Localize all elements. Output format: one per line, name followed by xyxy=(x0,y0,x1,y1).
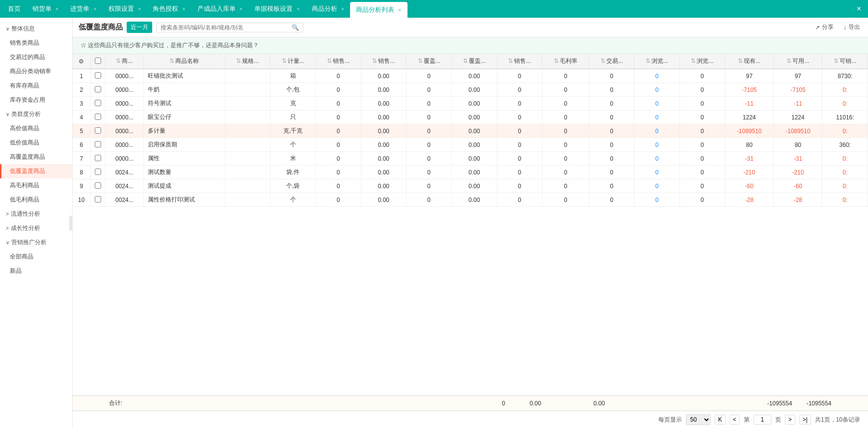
cell-checkbox[interactable] xyxy=(90,152,105,166)
nav-tab[interactable]: 权限设置× xyxy=(103,0,147,18)
tab-close-icon[interactable]: × xyxy=(138,6,141,12)
row-checkbox[interactable] xyxy=(95,127,101,134)
col-sort-icon[interactable]: ⇅ xyxy=(327,57,332,64)
sidebar-item-1-2[interactable]: 高覆盖度商品 xyxy=(0,150,72,164)
cell-name: 多计量 xyxy=(144,124,225,138)
tab-close-icon[interactable]: × xyxy=(297,6,299,12)
prev-page-button[interactable]: < xyxy=(730,415,740,425)
tab-close-icon[interactable]: × xyxy=(182,6,185,12)
sidebar-item-0-1[interactable]: 交易过的商品 xyxy=(0,50,72,64)
sidebar-collapse-button[interactable]: « xyxy=(69,216,73,230)
row-checkbox[interactable] xyxy=(95,155,101,161)
cell-name: 牛奶 xyxy=(144,83,225,97)
sidebar-section-4[interactable]: ∨营销推广分析 xyxy=(0,235,72,250)
col-sort-icon[interactable]: ⇅ xyxy=(738,57,743,64)
cell-code: 0000... xyxy=(105,111,144,124)
sidebar-item-0-2[interactable]: 商品分类动销率 xyxy=(0,64,72,79)
col-sort-icon[interactable]: ⇅ xyxy=(236,57,241,64)
tab-close-icon[interactable]: × xyxy=(398,7,401,13)
sidebar-item-1-5[interactable]: 低毛利商品 xyxy=(0,193,72,207)
nav-tab[interactable]: 首页 xyxy=(2,0,27,18)
export-button[interactable]: ↓ 导出 xyxy=(841,22,862,32)
tab-close-icon[interactable]: × xyxy=(55,6,58,12)
per-page-select[interactable]: 2050100200 xyxy=(686,414,711,425)
cell-checkbox[interactable] xyxy=(90,111,105,124)
nav-tab[interactable]: 角色授权× xyxy=(147,0,191,18)
tab-close-icon[interactable]: × xyxy=(240,6,243,12)
sidebar-item-1-0[interactable]: 高价值商品 xyxy=(0,121,72,136)
cell-checkbox[interactable] xyxy=(90,138,105,152)
sidebar-item-0-4[interactable]: 库存资金占用 xyxy=(0,93,72,107)
col-header-checkbox[interactable] xyxy=(90,54,105,69)
cell-unit: 个,袋 xyxy=(271,179,316,193)
col-header-settings[interactable]: ⚙ xyxy=(73,54,90,69)
sidebar-section-1[interactable]: ∨类群度分析 xyxy=(0,107,72,121)
cell-checkbox[interactable] xyxy=(90,69,105,83)
row-checkbox[interactable] xyxy=(95,169,101,175)
page-of-label: 第 xyxy=(744,416,750,424)
col-sort-icon[interactable]: ⇅ xyxy=(116,57,121,64)
cell-checkbox[interactable] xyxy=(90,97,105,111)
select-all-checkbox[interactable] xyxy=(95,57,101,64)
last-page-button[interactable]: >| xyxy=(799,415,811,425)
sidebar-item-4-1[interactable]: 新品 xyxy=(0,264,72,278)
date-filter-button[interactable]: 近一月 xyxy=(127,22,152,33)
col-sort-icon[interactable]: ⇅ xyxy=(169,57,174,64)
nav-tab[interactable]: 商品分析× xyxy=(306,0,350,18)
table-wrapper[interactable]: ⚙⇅商...⇅商品名称⇅规格...⇅计量...⇅销售...⇅销售...⇅覆盖..… xyxy=(73,54,868,395)
sidebar-item-0-3[interactable]: 有库存商品 xyxy=(0,79,72,93)
settings-icon[interactable]: ⚙ xyxy=(79,58,84,65)
page-number-input[interactable] xyxy=(754,415,771,425)
share-button[interactable]: ↗ 分享 xyxy=(813,22,836,32)
sidebar-item-0-0[interactable]: 销售类商品 xyxy=(0,36,72,50)
nav-tab[interactable]: 产成品入库单× xyxy=(191,0,248,18)
cell-checkbox[interactable] xyxy=(90,124,105,138)
cell-current: 1224 xyxy=(725,111,774,124)
col-sort-icon[interactable]: ⇅ xyxy=(787,57,791,64)
next-page-button[interactable]: > xyxy=(785,415,795,425)
sidebar-section-3[interactable]: >成长性分析 xyxy=(0,221,72,235)
cell-checkbox[interactable] xyxy=(90,179,105,193)
sidebar-section-0[interactable]: ∨整体信息 xyxy=(0,22,72,36)
cell-cov1: 0 xyxy=(406,193,451,207)
col-sort-icon[interactable]: ⇅ xyxy=(463,57,468,64)
nav-tab[interactable]: 单据模板设置× xyxy=(248,0,305,18)
col-sort-icon[interactable]: ⇅ xyxy=(600,57,605,64)
col-sort-icon[interactable]: ⇅ xyxy=(372,57,377,64)
row-checkbox[interactable] xyxy=(95,141,101,147)
col-sort-icon[interactable]: ⇅ xyxy=(418,57,423,64)
col-sort-icon[interactable]: ⇅ xyxy=(282,57,287,64)
search-input[interactable] xyxy=(161,24,290,31)
cell-gross: 0 xyxy=(542,124,589,138)
row-checkbox[interactable] xyxy=(95,100,101,106)
cell-checkbox[interactable] xyxy=(90,166,105,179)
tab-close-icon[interactable]: × xyxy=(93,6,96,12)
sidebar-item-1-4[interactable]: 高毛利商品 xyxy=(0,178,72,193)
row-checkbox[interactable] xyxy=(95,72,101,79)
col-sort-icon[interactable]: ⇅ xyxy=(834,57,839,64)
close-all-button[interactable]: × xyxy=(852,4,866,13)
col-sort-icon[interactable]: ⇅ xyxy=(646,57,651,64)
cell-cov2: 0.00 xyxy=(452,124,497,138)
col-sort-icon[interactable]: ⇅ xyxy=(508,57,513,64)
nav-tab[interactable]: 进货单× xyxy=(64,0,102,18)
sidebar-item-1-1[interactable]: 低价值商品 xyxy=(0,136,72,150)
cell-checkbox[interactable] xyxy=(90,193,105,207)
sidebar-section-2[interactable]: >流通性分析 xyxy=(0,207,72,221)
sidebar-item-1-3[interactable]: 低覆盖度商品 xyxy=(0,164,72,178)
col-sort-icon[interactable]: ⇅ xyxy=(554,57,559,64)
row-checkbox[interactable] xyxy=(95,114,101,120)
row-checkbox[interactable] xyxy=(95,182,101,189)
row-checkbox[interactable] xyxy=(95,196,101,202)
row-checkbox[interactable] xyxy=(95,86,101,92)
first-page-button[interactable]: K xyxy=(715,415,726,425)
cell-checkbox[interactable] xyxy=(90,83,105,97)
tab-close-icon[interactable]: × xyxy=(341,6,344,12)
nav-tab[interactable]: 商品分析列表× xyxy=(350,2,407,18)
cell-available: 1224 xyxy=(774,111,822,124)
sidebar-item-4-0[interactable]: 全部商品 xyxy=(0,250,72,264)
nav-tab[interactable]: 销货单× xyxy=(27,0,64,18)
col-sort-icon[interactable]: ⇅ xyxy=(691,57,696,64)
page-title: 低覆盖度商品 xyxy=(79,23,123,32)
per-page-label: 每页显示 xyxy=(658,416,682,424)
